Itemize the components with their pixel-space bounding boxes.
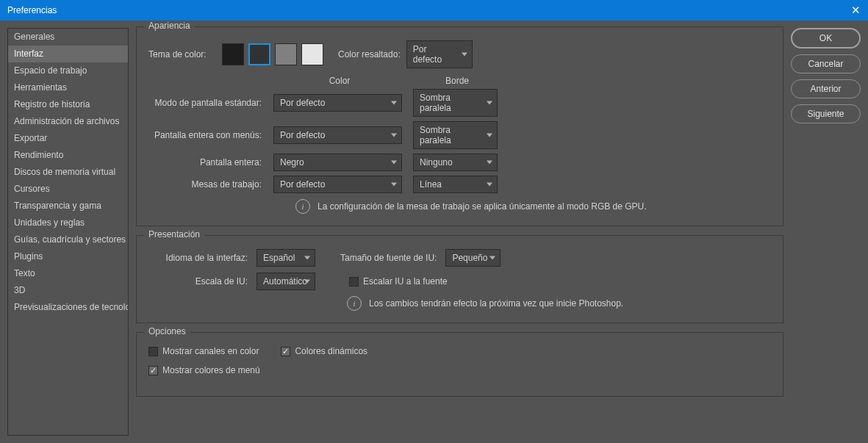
- sidebar-item-9[interactable]: Cursores: [8, 181, 128, 198]
- appearance-note: La configuración de la mesa de trabajo s…: [318, 201, 647, 212]
- lang-label: Idioma de la interfaz:: [148, 253, 248, 263]
- appearance-title: Apariencia: [144, 21, 195, 31]
- color-select-3[interactable]: Por defecto: [273, 176, 402, 193]
- sidebar-item-11[interactable]: Unidades y reglas: [8, 215, 128, 231]
- theme-swatches: [222, 43, 323, 65]
- sidebar-item-6[interactable]: Exportar: [8, 130, 128, 147]
- color-select-2[interactable]: Negro: [273, 154, 402, 171]
- swatch-light[interactable]: [301, 43, 323, 65]
- checkbox-box: [148, 347, 158, 356]
- highlight-label: Color resaltado:: [338, 49, 401, 60]
- sidebar-item-0[interactable]: Generales: [8, 29, 128, 46]
- ok-button[interactable]: OK: [791, 28, 861, 48]
- checkbox-box: [148, 366, 158, 375]
- color-select-0[interactable]: Por defecto: [273, 94, 402, 112]
- sidebar-item-12[interactable]: Guías, cuadrícula y sectores: [8, 231, 128, 248]
- close-icon[interactable]: ✕: [851, 4, 861, 17]
- sidebar-item-7[interactable]: Rendimiento: [8, 147, 128, 164]
- swatch-black[interactable]: [222, 43, 244, 65]
- prev-button[interactable]: Anterior: [791, 79, 861, 98]
- font-label: Tamaño de fuente de IU:: [340, 253, 437, 263]
- border-select-3[interactable]: Línea: [413, 176, 498, 193]
- font-select[interactable]: Pequeño: [445, 249, 501, 267]
- checkbox-box: [349, 277, 359, 287]
- sidebar-item-3[interactable]: Herramientas: [8, 79, 128, 96]
- menu-colors-checkbox[interactable]: Mostrar colores de menú: [148, 365, 260, 375]
- screen-mode-label-3: Mesas de trabajo:: [148, 179, 266, 190]
- scale-label: Escala de IU:: [148, 276, 248, 287]
- sidebar-item-8[interactable]: Discos de memoria virtual: [8, 164, 128, 181]
- sidebar: GeneralesInterfazEspacio de trabajoHerra…: [7, 28, 129, 436]
- screen-mode-label-1: Pantalla entera con menús:: [148, 130, 266, 140]
- color-select-1[interactable]: Por defecto: [273, 126, 402, 144]
- window-title: Preferencias: [7, 5, 57, 15]
- lang-select[interactable]: Español: [257, 249, 315, 267]
- swatch-midgray[interactable]: [275, 43, 297, 65]
- content-panel: Apariencia Tema de color: Color resaltad…: [129, 21, 791, 443]
- options-section: Opciones Mostrar canales en color Colore…: [136, 332, 783, 397]
- sidebar-item-10[interactable]: Transparencia y gama: [8, 198, 128, 215]
- swatch-darkgray[interactable]: [248, 43, 270, 65]
- channels-checkbox[interactable]: Mostrar canales en color: [148, 346, 259, 356]
- options-title: Opciones: [144, 326, 190, 336]
- cancel-button[interactable]: Cancelar: [791, 54, 861, 73]
- sidebar-item-16[interactable]: Previsualizaciones de tecnología: [8, 299, 128, 316]
- sidebar-item-5[interactable]: Administración de archivos: [8, 113, 128, 130]
- theme-label: Tema de color:: [148, 49, 222, 60]
- sidebar-item-1[interactable]: Interfaz: [8, 46, 128, 62]
- scale-font-checkbox[interactable]: Escalar IU a la fuente: [349, 276, 448, 287]
- next-button[interactable]: Siguiente: [791, 104, 861, 123]
- presentation-title: Presentación: [144, 229, 204, 239]
- sidebar-item-15[interactable]: 3D: [8, 282, 128, 299]
- screen-mode-label-2: Pantalla entera:: [148, 157, 266, 168]
- checkbox-box: [281, 347, 290, 356]
- appearance-section: Apariencia Tema de color: Color resaltad…: [136, 26, 783, 226]
- border-select-1[interactable]: Sombra paralela: [413, 121, 498, 149]
- border-select-0[interactable]: Sombra paralela: [413, 89, 498, 117]
- info-icon: i: [347, 296, 362, 311]
- dynamic-checkbox[interactable]: Colores dinámicos: [281, 346, 367, 356]
- presentation-section: Presentación Idioma de la interfaz: Espa…: [136, 235, 783, 323]
- sidebar-item-2[interactable]: Espacio de trabajo: [8, 62, 128, 79]
- sidebar-item-4[interactable]: Registro de historia: [8, 96, 128, 113]
- highlight-select[interactable]: Por defecto: [406, 40, 473, 68]
- scale-select[interactable]: Automático: [257, 273, 315, 290]
- sidebar-item-14[interactable]: Texto: [8, 265, 128, 282]
- sidebar-item-13[interactable]: Plugins: [8, 248, 128, 265]
- border-header: Borde: [413, 76, 501, 89]
- presentation-note: Los cambios tendrán efecto la próxima ve…: [369, 298, 623, 309]
- titlebar: Preferencias ✕: [0, 0, 868, 21]
- button-panel: OK Cancelar Anterior Siguiente: [791, 21, 868, 443]
- border-select-2[interactable]: Ninguno: [413, 154, 498, 171]
- info-icon: i: [295, 199, 310, 214]
- color-header: Color: [273, 76, 406, 89]
- screen-mode-label-0: Modo de pantalla estándar:: [148, 98, 266, 108]
